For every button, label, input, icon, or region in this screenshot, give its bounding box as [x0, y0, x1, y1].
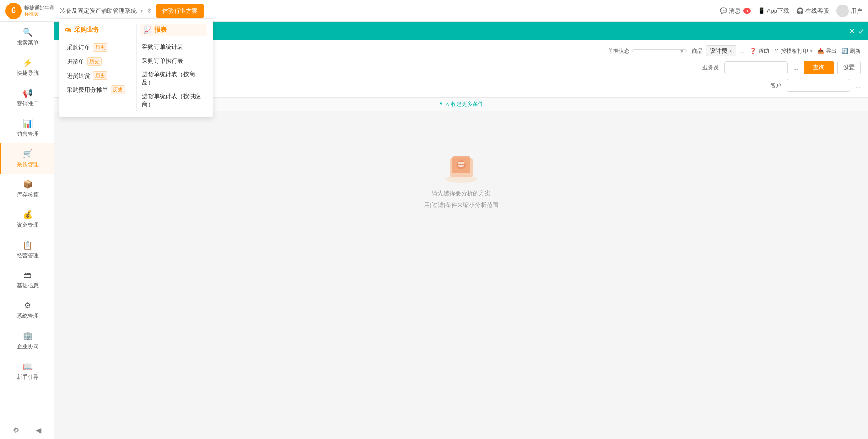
print-label: 按模板打印: [781, 47, 808, 55]
avatar: [836, 5, 849, 17]
dropdown-item-return[interactable]: 进货退货 历史: [65, 69, 132, 83]
goods-tag-remove[interactable]: ×: [729, 48, 733, 54]
salesperson-label: 业务员: [702, 64, 719, 72]
system-icon: ⚙: [24, 301, 31, 311]
sidebar: 🔍 搜索菜单 ⚡ 快捷导航 📢 营销推广 📊 销售管理 🛒 采购管理 📦 库存核…: [0, 22, 54, 439]
reports-section-title: 📈 报表: [140, 24, 208, 36]
setting-button[interactable]: 设置: [837, 61, 861, 74]
sidebar-item-enterprise[interactable]: 🏢 企业协同: [0, 326, 54, 356]
doc-status-label: 单据状态: [608, 47, 629, 55]
sidebar-item-sales[interactable]: 📊 销售管理: [0, 113, 54, 143]
dropdown-item-purchase-order[interactable]: 采购订单 历史: [65, 40, 132, 54]
dropdown-arrow-icon[interactable]: ▾: [140, 7, 143, 14]
return-label: 进货退货: [67, 72, 90, 80]
purchase-menu-icon: 🛍: [65, 26, 71, 34]
collapse-sidebar-icon[interactable]: ◀: [36, 426, 41, 434]
guide-icon: 📖: [23, 361, 33, 371]
search-icon: 🔍: [23, 27, 33, 37]
print-dropdown-icon[interactable]: ▾: [810, 48, 813, 54]
customer-input[interactable]: [787, 79, 850, 92]
message-button[interactable]: 💬 消息 5: [720, 7, 751, 15]
query-button[interactable]: 查询: [804, 61, 834, 74]
sidebar-item-label: 新手引导: [17, 373, 39, 381]
sidebar-item-finance[interactable]: 💰 资金管理: [0, 204, 54, 235]
logo-badge: 标准版: [24, 11, 54, 17]
operation-icon: 📋: [23, 240, 33, 250]
refresh-icon: 🔄: [841, 48, 848, 54]
enterprise-icon: 🏢: [23, 331, 33, 341]
inventory-icon: 📦: [23, 179, 33, 189]
nav-icon: ⚡: [23, 58, 33, 68]
goods-tag-value: 设计费: [710, 47, 727, 55]
salesperson-input[interactable]: [724, 61, 788, 74]
stockin-by-goods-label: 进货单统计表（按商品）: [142, 70, 206, 87]
sidebar-item-label: 资金管理: [17, 222, 39, 229]
app-download-button[interactable]: 📱 App下载: [758, 7, 789, 15]
solution-button[interactable]: 体验行业方案: [156, 4, 204, 18]
sidebar-item-guide[interactable]: 📖 新手引导: [0, 356, 54, 386]
sidebar-item-basic[interactable]: 🗃 基础信息: [0, 265, 54, 295]
expense-label: 采购费用分摊单: [67, 86, 108, 94]
refresh-button[interactable]: 🔄 刷新: [841, 47, 861, 55]
sidebar-item-search[interactable]: 🔍 搜索菜单: [0, 22, 54, 52]
help-button[interactable]: ❓ 帮助: [750, 47, 769, 55]
sidebar-item-purchase[interactable]: 🛒 采购管理: [0, 143, 54, 174]
topbar-right: 💬 消息 5 📱 App下载 🎧 在线客服 用户: [720, 5, 863, 17]
topbar-title-area: 装备及固定资产辅助管理系统 ▾ ⚙ 体验行业方案: [60, 4, 720, 18]
customer-more-dots[interactable]: ...: [856, 82, 861, 89]
sidebar-item-label: 系统管理: [17, 312, 39, 320]
service-icon: 🎧: [796, 7, 804, 14]
goods-tag[interactable]: 设计费 ×: [706, 45, 737, 56]
gear-icon[interactable]: ⚙: [147, 7, 152, 14]
history-tag-2: 历史: [87, 57, 102, 66]
doc-status-select[interactable]: ▾: [632, 49, 687, 52]
customer-label: 客户: [770, 82, 781, 89]
purchase-column: 🛍 采购业务 采购订单 历史 进货单 历史 进货退货 历史 采购费用分摊单: [65, 24, 132, 111]
sidebar-item-system[interactable]: ⚙ 系统管理: [0, 295, 54, 326]
doc-status-filter: 单据状态 ▾: [608, 47, 687, 55]
export-label: 导出: [826, 47, 837, 55]
empty-illustration: [439, 149, 484, 186]
empty-hint-1: 请先选择要分析的方案: [432, 189, 491, 197]
sidebar-item-marketing[interactable]: 📢 营销推广: [0, 83, 54, 113]
sidebar-item-quick-nav[interactable]: ⚡ 快捷导航: [0, 52, 54, 83]
salesperson-more-dots[interactable]: ...: [793, 64, 798, 71]
print-icon: 🖨: [774, 48, 779, 54]
basic-icon: 🗃: [24, 271, 32, 280]
purchase-dropdown-menu: 🛍 采购业务 采购订单 历史 进货单 历史 进货退货 历史 采购费用分摊单: [59, 22, 213, 117]
history-tag-3: 历史: [93, 71, 107, 80]
goods-filter-more-dots[interactable]: ...: [739, 48, 744, 54]
settings-bottom-icon[interactable]: ⚙: [13, 426, 19, 434]
svg-rect-5: [458, 165, 464, 167]
dropdown-item-order-exec[interactable]: 采购订单执行表: [140, 54, 208, 68]
sidebar-item-label: 搜索菜单: [17, 39, 39, 47]
dropdown-item-stockin-by-goods[interactable]: 进货单统计表（按商品）: [140, 68, 208, 89]
sidebar-item-inventory[interactable]: 📦 库存核算: [0, 174, 54, 204]
logo-icon: 6: [5, 3, 22, 19]
dropdown-item-order-stats[interactable]: 采购订单统计表: [140, 40, 208, 54]
dropdown-item-expense[interactable]: 采购费用分摊单 历史: [65, 83, 132, 97]
sidebar-item-operation[interactable]: 📋 经营管理: [0, 235, 54, 265]
system-title: 装备及固定资产辅助管理系统: [60, 7, 137, 15]
user-menu-button[interactable]: 用户: [836, 5, 863, 17]
history-tag-4: 历史: [111, 85, 125, 94]
stockin-by-supplier-label: 进货单统计表（按供应商）: [142, 92, 206, 109]
tab-expand-icon[interactable]: ⤢: [858, 27, 864, 35]
sidebar-item-label: 库存核算: [17, 191, 39, 199]
dropdown-item-stockin-by-supplier[interactable]: 进货单统计表（按供应商）: [140, 89, 208, 111]
dropdown-item-stock-in[interactable]: 进货单 历史: [65, 54, 132, 69]
empty-hint-2: 用[过滤]条件来缩小分析范围: [424, 201, 498, 209]
refresh-label: 刷新: [850, 47, 861, 55]
logo-text: 畅捷通好生意 标准版: [24, 5, 54, 17]
logo-name: 畅捷通好生意: [24, 5, 54, 11]
sidebar-item-label: 销售管理: [17, 130, 39, 138]
query-buttons: 查询 设置: [804, 61, 861, 74]
logo-area: 6 畅捷通好生意 标准版: [5, 3, 60, 19]
main-layout: 🔍 搜索菜单 ⚡ 快捷导航 📢 营销推广 📊 销售管理 🛒 采购管理 📦 库存核…: [0, 22, 868, 439]
online-service-button[interactable]: 🎧 在线客服: [796, 7, 829, 15]
sidebar-item-label: 基础信息: [17, 282, 39, 290]
print-button[interactable]: 🖨 按模板打印 ▾: [774, 47, 813, 55]
tab-close-window-icon[interactable]: ✕: [849, 27, 855, 35]
export-button[interactable]: 📤 导出: [817, 47, 837, 55]
menu-divider: [136, 24, 137, 111]
